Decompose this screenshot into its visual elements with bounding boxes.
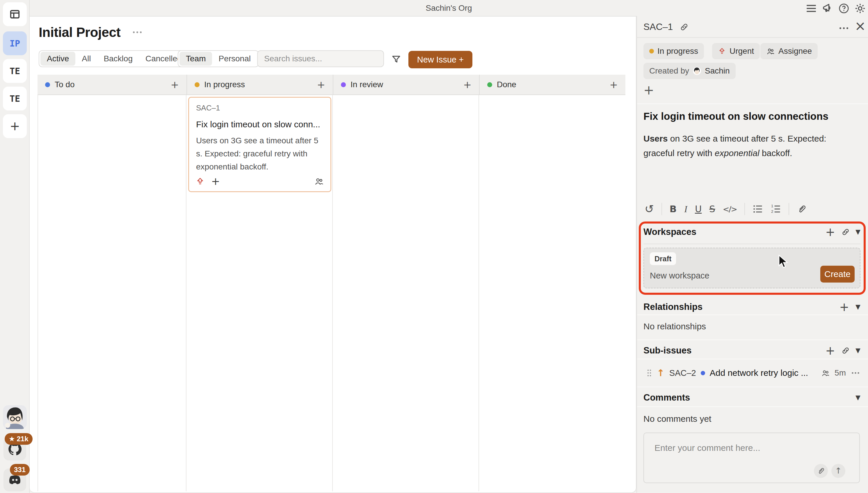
column-divider [38,95,38,491]
sub-issue-row[interactable]: ↑ SAC–2 Add network retry logic ... 5m [646,368,861,378]
collapse-relationships-icon[interactable]: ▼ [855,304,861,310]
link-sub-issue-icon[interactable] [841,346,850,355]
scope-filter-tabs: Team Personal [178,50,259,67]
sub-issues-header: Sub-issues + ▼ [643,345,861,357]
bold-icon[interactable]: B [669,205,677,214]
bullet-list-icon[interactable] [752,205,763,214]
attachment-icon[interactable] [797,204,807,214]
add-workspace-icon[interactable]: + [826,226,835,238]
undo-icon[interactable]: ↺ [645,203,654,215]
code-icon[interactable]: </> [723,205,737,213]
column-label: To do [55,80,75,89]
help-icon[interactable] [838,3,849,14]
tab-personal[interactable]: Personal [212,52,257,66]
add-issue-done-icon[interactable]: + [610,80,618,89]
sub-issue-more-icon[interactable] [850,370,861,376]
column-label: Done [497,80,516,89]
underline-icon[interactable]: U [695,205,702,214]
drag-handle-icon[interactable] [646,368,652,378]
created-by-badge[interactable]: Created by Sachin [643,63,736,79]
collapse-comments-icon[interactable]: ▼ [855,394,861,401]
issue-card-title: Fix login timeout on slow conn... [196,120,324,129]
sub-issue-title[interactable]: Add network retry logic ... [710,368,808,378]
announcements-icon[interactable] [822,2,834,15]
relationships-header: Relationships + ▼ [643,301,861,313]
comment-attach-button[interactable] [814,464,828,478]
user-avatar[interactable] [3,405,27,429]
collapse-sub-issues-icon[interactable]: ▼ [855,347,861,354]
tab-all[interactable]: All [75,52,97,66]
add-issue-in-review-icon[interactable]: + [463,80,472,89]
assignees-icon[interactable] [314,177,324,186]
issue-card-description: Users on 3G see a timeout after 5 s. Exp… [196,134,324,173]
star-icon: ★ [9,435,15,443]
add-label-icon[interactable]: + [211,176,220,187]
priority-badge[interactable]: Urgent [712,43,760,59]
project-more-icon[interactable] [131,28,143,37]
tab-backlog[interactable]: Backlog [97,52,139,66]
draft-chip[interactable]: Draft [650,252,676,265]
menu-icon[interactable] [806,4,817,13]
column-divider [478,95,479,491]
assignee-badge[interactable]: Assignee [760,43,818,59]
comment-input-box[interactable]: Enter your comment here... ↑ [643,432,860,483]
status-dot-done [487,82,492,87]
search-input[interactable] [264,54,377,63]
sidebar-item-te-2[interactable]: TE [3,87,27,110]
sub-issue-time: 5m [834,368,846,378]
collapse-workspaces-icon[interactable]: ▼ [855,229,861,235]
svg-text:2: 2 [771,209,773,214]
italic-icon[interactable]: I [684,205,687,214]
status-dot-todo [45,82,50,87]
sub-issue-assignee-icon[interactable] [821,369,830,377]
filter-funnel-icon[interactable] [391,54,401,65]
issue-card-sac-1[interactable]: SAC–1 Fix login timeout on slow conn... … [188,97,331,192]
tab-team[interactable]: Team [180,52,212,66]
description-italic-text: exponential [715,148,759,158]
urgent-priority-icon[interactable] [195,177,205,186]
priority-up-icon: ↑ [657,368,665,378]
new-workspace-input[interactable]: New workspace [650,271,709,280]
close-icon[interactable]: × [855,19,866,33]
avatar-illustration [3,405,27,429]
description-text: backoff. [760,148,792,158]
new-issue-button[interactable]: New Issue + [408,51,472,68]
panel-more-icon[interactable] [838,24,850,32]
comment-send-button[interactable]: ↑ [831,464,845,478]
svg-text:1: 1 [771,205,773,208]
copy-link-icon[interactable] [679,22,689,32]
create-workspace-button[interactable]: Create [820,266,855,282]
add-relationship-icon[interactable]: + [840,301,849,313]
assignee-people-icon [766,47,775,55]
discord-members-count: 331 [14,466,26,474]
no-comments-text: No comments yet [643,414,711,424]
add-project-button[interactable]: + [3,114,27,138]
status-badge[interactable]: In progress [643,43,704,59]
settings-gear-icon[interactable] [854,2,866,15]
column-label: In review [351,80,383,89]
left-rail: IP TE TE + ★ 21k [0,0,30,493]
sub-issues-title: Sub-issues [643,345,691,356]
project-initials: TE [9,66,20,76]
sidebar-item-te-1[interactable]: TE [3,59,27,83]
column-header-todo: To do + [38,75,186,94]
add-attribute-icon[interactable]: + [643,84,654,97]
issue-title[interactable]: Fix login timeout on slow connections [643,110,853,122]
issue-description[interactable]: Users on 3G see a timeout after 5 s. Exp… [643,131,854,160]
link-workspace-icon[interactable] [841,227,850,237]
layout-icon [9,8,21,20]
column-header-done: Done + [479,75,625,94]
panel-issue-id: SAC–1 [643,22,673,32]
add-sub-issue-icon[interactable]: + [826,345,835,357]
toolbar-divider [661,203,662,215]
tab-active[interactable]: Active [40,52,75,66]
add-issue-in-progress-icon[interactable]: + [317,80,326,89]
issue-card-footer: + [195,176,324,187]
sidebar-item-initial-project[interactable]: IP [3,31,27,55]
panel-section-divider [637,315,868,315]
panel-section-divider [637,406,868,407]
add-issue-todo-icon[interactable]: + [171,80,179,89]
workspace-overview-button[interactable] [3,2,27,26]
strikethrough-icon[interactable]: S [709,205,715,214]
ordered-list-icon[interactable]: 1 2 [770,205,781,214]
